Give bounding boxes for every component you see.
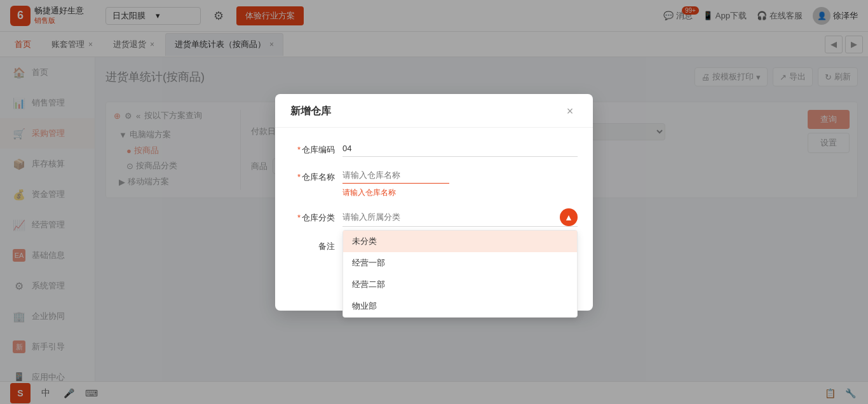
dropdown-item-none[interactable]: 未分类 [343, 231, 577, 252]
warehouse-name-row: *仓库名称 请输入仓库名称 [290, 167, 578, 198]
category-wrap: ▲ 未分类 经营一部 经营二部 物业部 [342, 208, 578, 227]
warehouse-name-input[interactable] [342, 167, 449, 184]
warehouse-code-input[interactable] [342, 140, 578, 157]
remark-label: 备注 [290, 237, 335, 252]
dialog-body: *仓库编码 *仓库名称 请输入仓库名称 [275, 128, 593, 262]
dialog-overlay: 新增仓库 × *仓库编码 *仓库名称 [0, 0, 868, 404]
category-input-row: ▲ [342, 208, 578, 227]
warehouse-code-row: *仓库编码 [290, 140, 578, 157]
dropdown-item-dept2[interactable]: 经营二部 [343, 274, 577, 295]
dialog-title: 新增仓库 [290, 105, 331, 118]
dropdown-item-dept1[interactable]: 经营一部 [343, 252, 577, 274]
warehouse-category-row: *仓库分类 ▲ 未分类 经营一部 经营二部 物业部 [290, 208, 578, 227]
category-input[interactable] [342, 209, 560, 225]
warehouse-name-label: *仓库名称 [290, 168, 335, 183]
warehouse-code-label: *仓库编码 [290, 140, 335, 156]
warehouse-name-wrap [342, 167, 578, 184]
dialog-header: 新增仓库 × [275, 94, 593, 128]
new-warehouse-dialog: 新增仓库 × *仓库编码 *仓库名称 [275, 94, 593, 311]
warehouse-name-error: 请输入仓库名称 [342, 187, 578, 198]
dropdown-item-dept3[interactable]: 物业部 [343, 295, 577, 317]
category-arrow-icon[interactable]: ▲ [560, 208, 578, 226]
category-dropdown: 未分类 经营一部 经营二部 物业部 [342, 230, 578, 318]
dialog-close-button[interactable]: × [562, 104, 578, 119]
warehouse-category-label: *仓库分类 [290, 208, 335, 224]
